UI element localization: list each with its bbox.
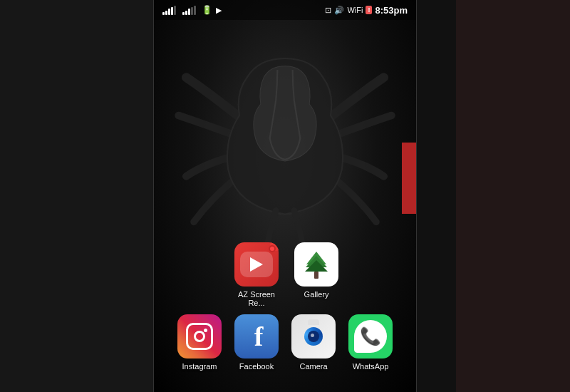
facebook-icon: f (234, 314, 279, 359)
instagram-app[interactable]: Instagram (177, 314, 222, 371)
status-bar: 🔋 ▶ ⊡ 🔊 WiFi ! 8:53pm (154, 0, 416, 20)
bar3 (168, 9, 170, 15)
svg-rect-2 (314, 272, 318, 279)
bar5 (174, 6, 176, 15)
ig-flash-dot (204, 329, 207, 332)
facebook-f-letter: f (254, 323, 264, 350)
whatsapp-phone-icon: 📞 (360, 326, 381, 346)
az-screen-recorder-icon (234, 242, 279, 287)
status-time: 8:53pm (375, 5, 408, 16)
bar4b (191, 7, 193, 15)
gallery-label: Gallery (304, 290, 329, 299)
bar1 (162, 12, 165, 15)
instagram-label: Instagram (182, 362, 217, 371)
instagram-icon (177, 314, 222, 359)
bar1b (182, 12, 185, 15)
app-row-1: AZ Screen Re... Gallery (161, 242, 409, 307)
whatsapp-icon: 📞 (348, 314, 393, 359)
gallery-tree-svg (301, 249, 332, 280)
camera-lens-outer (304, 327, 323, 346)
status-left-icons: 🔋 ▶ (162, 5, 222, 15)
red-side-box (402, 143, 416, 214)
camera-body (299, 324, 328, 349)
camera-bump (308, 319, 319, 325)
left-blur-panel (0, 0, 157, 392)
facebook-label: Facebook (239, 362, 274, 371)
whatsapp-app[interactable]: 📞 WhatsApp (348, 314, 393, 371)
az-record-dot (269, 245, 276, 252)
facebook-app[interactable]: f Facebook (234, 314, 279, 371)
camera-app[interactable]: Camera (291, 314, 336, 371)
bar2b (185, 11, 187, 15)
apps-container: AZ Screen Re... Gallery (154, 242, 416, 385)
battery-charging-icon: 🔋 (202, 5, 212, 15)
wifi-icon: WiFi (347, 6, 363, 14)
camera-label: Camera (299, 362, 327, 371)
whatsapp-label: WhatsApp (353, 362, 389, 371)
bar4 (171, 7, 173, 15)
battery-icon: ! (366, 6, 372, 14)
bar2 (165, 11, 167, 15)
gallery-app[interactable]: Gallery (294, 242, 338, 307)
phone-screen: 🔋 ▶ ⊡ 🔊 WiFi ! 8:53pm (153, 0, 417, 392)
right-blur-panel (456, 0, 570, 392)
whatsapp-bubble: 📞 (354, 320, 387, 353)
bar5b (194, 6, 196, 15)
ig-lens (194, 331, 205, 342)
signal-bars-1 (162, 6, 176, 15)
cast-icon: ⊡ (325, 6, 331, 15)
az-play-triangle (250, 257, 263, 272)
video-icon: ▶ (216, 6, 222, 15)
az-screen-recorder-app[interactable]: AZ Screen Re... (232, 242, 281, 307)
az-inner (240, 252, 273, 277)
ig-camera-body (186, 323, 213, 350)
app-row-2: Instagram f Facebook (161, 314, 409, 371)
bar3b (188, 9, 190, 15)
signal-bars-2 (182, 6, 196, 15)
status-right-icons: ⊡ 🔊 WiFi ! 8:53pm (325, 5, 408, 16)
volume-icon: 🔊 (334, 6, 344, 15)
az-screen-recorder-label: AZ Screen Re... (232, 290, 281, 307)
gallery-icon (294, 242, 338, 287)
camera-app-icon (291, 314, 336, 359)
camera-lens-shine (311, 334, 314, 337)
camera-lens-inner (308, 331, 319, 342)
